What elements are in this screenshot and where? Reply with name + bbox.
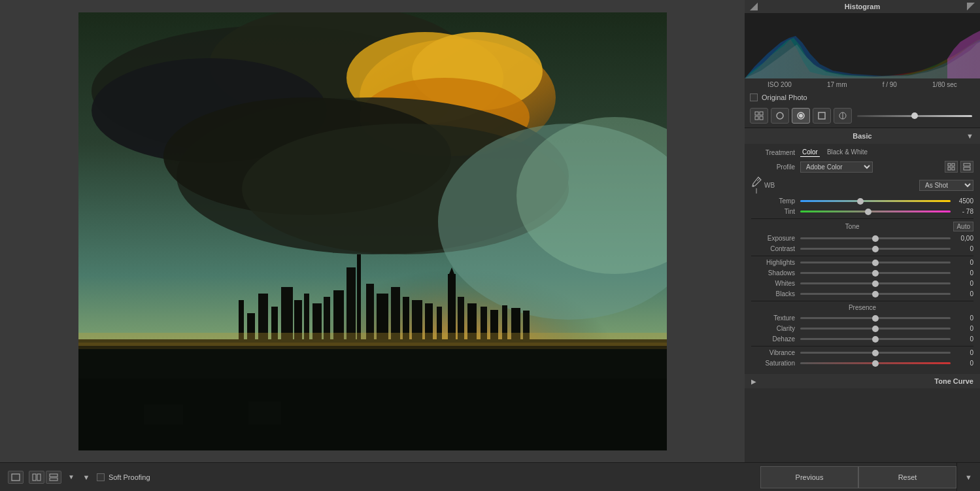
treatment-color-btn[interactable]: Color	[800, 148, 820, 157]
svg-rect-21	[304, 294, 309, 339]
auto-button[interactable]: Auto	[953, 222, 973, 231]
reset-button[interactable]: Reset	[858, 466, 956, 488]
exposure-row: Exposure 0,00	[751, 235, 973, 242]
texture-thumb[interactable]	[872, 315, 879, 322]
vibrance-row: Vibrance 0	[751, 349, 973, 356]
tint-slider[interactable]	[800, 211, 951, 212]
texture-row: Texture 0	[751, 314, 973, 322]
tone-curve-title: Tone Curve	[758, 377, 973, 385]
tint-thumb[interactable]	[865, 209, 871, 215]
svg-rect-19	[281, 287, 293, 339]
wb-row: WB As Shot Auto Daylight Cloudy Shade Tu…	[751, 177, 973, 194]
contrast-row: Contrast 0	[751, 245, 973, 252]
original-photo-row: Original Photo	[745, 91, 980, 104]
wb-select[interactable]: As Shot Auto Daylight Cloudy Shade Tungs…	[919, 180, 973, 191]
basic-panel-header: Basic ▼	[745, 128, 980, 144]
profile-label: Profile	[751, 163, 800, 171]
zoom-dropdown-btn[interactable]: ▼	[67, 473, 76, 481]
temp-thumb[interactable]	[857, 198, 864, 205]
profile-grid-icon[interactable]	[945, 161, 958, 173]
highlights-thumb[interactable]	[872, 260, 879, 266]
histogram-canvas	[745, 13, 980, 78]
iso-value: ISO 200	[768, 81, 792, 88]
svg-rect-45	[190, 398, 242, 424]
blacks-slider[interactable]	[800, 293, 951, 295]
profile-list-icon[interactable]	[960, 161, 973, 173]
presence-subheader: Presence	[751, 304, 973, 311]
section-divider-4	[751, 346, 973, 347]
svg-rect-73	[50, 478, 58, 481]
soft-proofing-row: Soft Proofing	[97, 473, 150, 481]
vibrance-slider[interactable]	[800, 352, 951, 354]
histogram-right-triangle[interactable]	[967, 3, 975, 10]
histogram-left-triangle[interactable]	[750, 3, 758, 10]
whites-slider[interactable]	[800, 282, 951, 284]
dehaze-value: 0	[951, 335, 973, 343]
wb-label: WB	[764, 182, 794, 189]
contrast-label: Contrast	[751, 245, 800, 252]
original-photo-label: Original Photo	[762, 93, 807, 101]
profile-select[interactable]: Adobe Color Adobe Landscape Adobe Portra…	[800, 161, 873, 173]
graduated-filter-icon[interactable]	[813, 108, 831, 124]
exposure-slider[interactable]	[800, 237, 951, 239]
temp-slider[interactable]	[800, 200, 951, 202]
eyedropper2-icon[interactable]	[753, 188, 760, 194]
basic-panel-title: Basic	[759, 132, 966, 140]
svg-rect-62	[948, 167, 951, 170]
contrast-slider[interactable]	[800, 248, 951, 250]
adjustment-brush-icon[interactable]	[834, 108, 852, 124]
clarity-slider[interactable]	[800, 328, 951, 330]
blacks-thumb[interactable]	[872, 291, 879, 297]
svg-rect-44	[144, 405, 183, 424]
original-photo-checkbox[interactable]	[750, 93, 758, 101]
svg-rect-50	[755, 112, 758, 115]
saturation-thumb[interactable]	[872, 360, 879, 367]
saturation-slider[interactable]	[800, 362, 951, 364]
spot-removal-icon[interactable]	[771, 108, 789, 124]
highlights-slider[interactable]	[800, 262, 951, 263]
clarity-value: 0	[951, 325, 973, 332]
bottom-left: ▼ ▼ Soft Proofing	[0, 471, 760, 484]
view-split-h-btn[interactable]	[29, 471, 44, 484]
bottom-dropdown-arrow[interactable]: ▼	[81, 472, 92, 483]
shadows-slider[interactable]	[800, 272, 951, 274]
treatment-bw-btn[interactable]: Black & White	[825, 148, 870, 157]
section-divider-2	[751, 256, 973, 256]
contrast-thumb[interactable]	[872, 246, 879, 252]
svg-rect-57	[819, 112, 825, 119]
temp-label: Temp	[751, 197, 800, 205]
svg-point-67	[752, 185, 754, 186]
eyedropper-icon[interactable]	[751, 177, 762, 188]
soft-proofing-checkbox[interactable]	[97, 473, 105, 481]
crop-tool-icon[interactable]	[750, 108, 768, 124]
tone-curve-collapse-icon[interactable]: ▶	[751, 378, 758, 384]
view-split-v-btn[interactable]	[46, 471, 61, 484]
photo-canvas	[78, 12, 667, 450]
radial-filter-icon[interactable]	[792, 108, 810, 124]
treatment-label: Treatment	[751, 149, 800, 156]
dehaze-slider[interactable]	[800, 338, 951, 340]
saturation-label: Saturation	[751, 360, 800, 367]
exposure-label: Exposure	[751, 235, 800, 242]
texture-value: 0	[951, 314, 973, 322]
basic-panel-collapse[interactable]: ▼	[966, 132, 973, 140]
shadows-thumb[interactable]	[872, 270, 879, 277]
dehaze-label: Dehaze	[751, 335, 800, 343]
texture-slider[interactable]	[800, 317, 951, 319]
view-single-btn[interactable]	[8, 471, 24, 484]
svg-rect-72	[50, 474, 58, 477]
previous-button[interactable]: Previous	[760, 466, 858, 488]
clarity-thumb[interactable]	[872, 326, 879, 332]
exposure-thumb[interactable]	[872, 235, 879, 242]
svg-rect-24	[333, 290, 344, 339]
panel-toggle-arrow[interactable]: ▼	[956, 463, 980, 492]
saturation-row: Saturation 0	[751, 360, 973, 367]
blacks-row: Blacks 0	[751, 290, 973, 297]
vibrance-thumb[interactable]	[872, 350, 879, 356]
clarity-row: Clarity 0	[751, 325, 973, 332]
histogram-meta: ISO 200 17 mm f / 90 1/80 sec	[745, 78, 980, 91]
dehaze-thumb[interactable]	[872, 336, 879, 343]
whites-thumb[interactable]	[872, 280, 879, 287]
tone-label: Tone	[751, 223, 953, 230]
tone-curve-header: ▶ Tone Curve	[745, 374, 980, 388]
